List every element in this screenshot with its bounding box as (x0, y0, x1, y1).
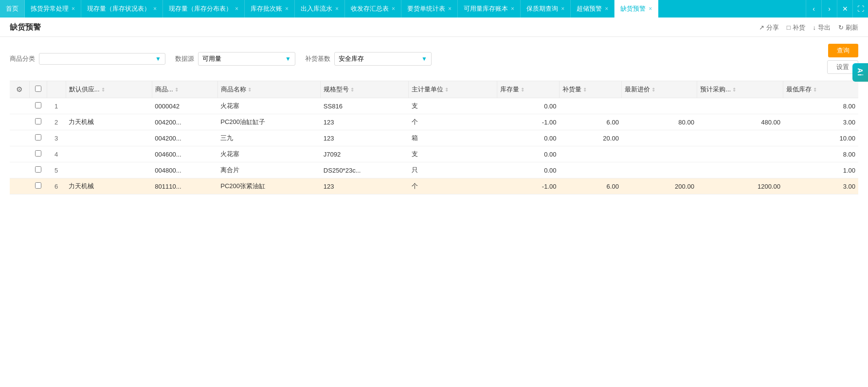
nav-tab-6[interactable]: 收发存汇总表× (345, 0, 401, 18)
tab-close-icon[interactable]: × (72, 5, 75, 12)
row-supplier (66, 146, 152, 162)
tab-close-icon[interactable]: × (448, 5, 452, 12)
datasource-select[interactable]: 可用量 ▼ (198, 52, 295, 66)
export-button[interactable]: ↓ 导出 (813, 23, 831, 32)
row-seq: 5 (47, 162, 66, 178)
table-row: 3 004200... 三九 123 箱 0.00 20.00 10.00 (10, 130, 858, 146)
select-all-checkbox[interactable] (35, 86, 41, 92)
col-stock[interactable]: 库存量 ⇕ (497, 81, 559, 98)
nav-fullscreen-button[interactable]: ⛶ (852, 0, 868, 18)
nav-tab-9[interactable]: 保质期查询× (521, 0, 571, 18)
col-product-code[interactable]: 商品... ⇕ (152, 81, 217, 98)
sort-icon: ⇕ (651, 87, 655, 92)
col-min-stock[interactable]: 最低库存 ⇕ (783, 81, 858, 98)
row-gear-cell (10, 146, 29, 162)
col-gear: ⚙ (10, 81, 29, 98)
nav-tab-11[interactable]: 缺货预警× (615, 0, 658, 18)
nav-tab-0[interactable]: 首页 (0, 0, 25, 18)
export-icon: ↓ (813, 24, 816, 31)
row-gear-cell (10, 98, 29, 114)
row-unit: 支 (409, 98, 497, 114)
replenish-icon: □ (787, 24, 791, 31)
tab-close-icon[interactable]: × (605, 5, 608, 12)
sort-icon: ⇕ (248, 87, 252, 92)
replenish-basis-label: 补货基数 (305, 54, 330, 63)
query-button[interactable]: 查询 (828, 44, 858, 57)
col-product-name[interactable]: 商品名称 ⇕ (217, 81, 321, 98)
row-replenish: 6.00 (559, 114, 621, 130)
table-row: 2 力天机械 004200... PC200油缸缸子 123 个 -1.00 6… (10, 114, 858, 130)
row-checkbox-2[interactable] (35, 134, 41, 141)
row-spec: J7092 (321, 146, 409, 162)
row-est-purchase (697, 162, 783, 178)
tab-close-icon[interactable]: × (235, 5, 238, 12)
tab-close-icon[interactable]: × (511, 5, 514, 12)
row-checkbox-4[interactable] (35, 166, 41, 173)
table-row: 6 力天机械 801110... PC200张紧油缸 123 个 -1.00 6… (10, 178, 858, 194)
share-button[interactable]: ↗ 分享 (759, 23, 779, 32)
row-min-stock: 3.00 (783, 114, 858, 130)
nav-prev-button[interactable]: ‹ (806, 0, 821, 18)
row-gear-cell (10, 178, 29, 194)
row-seq: 6 (47, 178, 66, 194)
category-select[interactable]: ▼ (39, 53, 165, 65)
tab-close-icon[interactable]: × (153, 5, 157, 12)
row-supplier: 力天机械 (66, 114, 152, 130)
tab-close-icon[interactable]: × (649, 5, 652, 12)
row-checkbox-3[interactable] (35, 150, 41, 157)
refresh-icon: ↻ (838, 24, 844, 31)
row-unit: 个 (409, 114, 497, 130)
row-latest-price (622, 162, 697, 178)
filter-area: 商品分类 ▼ 数据源 可用量 ▼ 补货基数 安全库存 ▼ 查询 设置 (0, 37, 868, 81)
col-unit[interactable]: 主计量单位 ⇕ (409, 81, 497, 98)
sort-icon: ⇕ (350, 87, 354, 92)
replenish-basis-select[interactable]: 安全库存 ▼ (334, 52, 432, 66)
nav-tab-4[interactable]: 库存批次账× (245, 0, 295, 18)
row-checkbox-1[interactable] (35, 118, 41, 124)
row-check-cell (29, 114, 47, 130)
gear-icon[interactable]: ⚙ (16, 85, 22, 93)
main-table: ⚙ 默认供应... ⇕ 商品... (10, 81, 858, 194)
row-est-purchase (697, 146, 783, 162)
col-latest-price[interactable]: 最新进价 ⇕ (622, 81, 697, 98)
refresh-button[interactable]: ↻ 刷新 (838, 23, 858, 32)
row-est-purchase (697, 130, 783, 146)
nav-tab-3[interactable]: 现存量（库存分布表）× (163, 0, 245, 18)
col-est-purchase[interactable]: 预计采购... ⇕ (697, 81, 783, 98)
row-spec: 123 (321, 178, 409, 194)
nav-tab-2[interactable]: 现存量（库存状况表）× (81, 0, 163, 18)
top-nav: 首页拣货异常处理×现存量（库存状况表）×现存量（库存分布表）×库存批次账×出入库… (0, 0, 868, 18)
header-actions: ↗ 分享 □ 补货 ↓ 导出 ↻ 刷新 (759, 23, 858, 32)
table-row: 5 004800... 离合片 DS250*23c... 只 0.00 1.00 (10, 162, 858, 178)
table-row: 4 004600... 火花塞 J7092 支 0.00 8.00 (10, 146, 858, 162)
row-min-stock: 8.00 (783, 146, 858, 162)
table-header-row: ⚙ 默认供应... ⇕ 商品... (10, 81, 858, 98)
replenish-button[interactable]: □ 补货 (787, 23, 805, 32)
row-spec: DS250*23c... (321, 162, 409, 178)
row-latest-price: 80.00 (622, 114, 697, 130)
row-stock: -1.00 (497, 178, 559, 194)
nav-next-button[interactable]: › (821, 0, 837, 18)
nav-tab-10[interactable]: 超储预警× (571, 0, 615, 18)
col-default-supplier[interactable]: 默认供应... ⇕ (66, 81, 152, 98)
row-checkbox-5[interactable] (35, 182, 41, 189)
tab-close-icon[interactable]: × (561, 5, 564, 12)
row-checkbox-0[interactable] (35, 102, 41, 108)
nav-tab-1[interactable]: 拣货异常处理× (25, 0, 81, 18)
nav-tab-8[interactable]: 可用量库存账本× (458, 0, 521, 18)
col-replenish[interactable]: 补货量 ⇕ (559, 81, 621, 98)
tab-close-icon[interactable]: × (335, 5, 339, 12)
page-title: 缺货预警 (10, 22, 41, 33)
tab-close-icon[interactable]: × (285, 5, 289, 12)
replenish-basis-filter-group: 补货基数 安全库存 ▼ (305, 52, 432, 66)
col-spec[interactable]: 规格型号 ⇕ (321, 81, 409, 98)
ai-badge[interactable]: Ai (852, 63, 868, 82)
row-check-cell (29, 178, 47, 194)
sort-icon: ⇕ (732, 87, 736, 92)
tab-close-icon[interactable]: × (392, 5, 395, 12)
nav-tab-7[interactable]: 要货单统计表× (401, 0, 458, 18)
row-seq: 3 (47, 130, 66, 146)
row-spec: SS816 (321, 98, 409, 114)
nav-tab-5[interactable]: 出入库流水× (295, 0, 345, 18)
nav-close-button[interactable]: ✕ (837, 0, 852, 18)
